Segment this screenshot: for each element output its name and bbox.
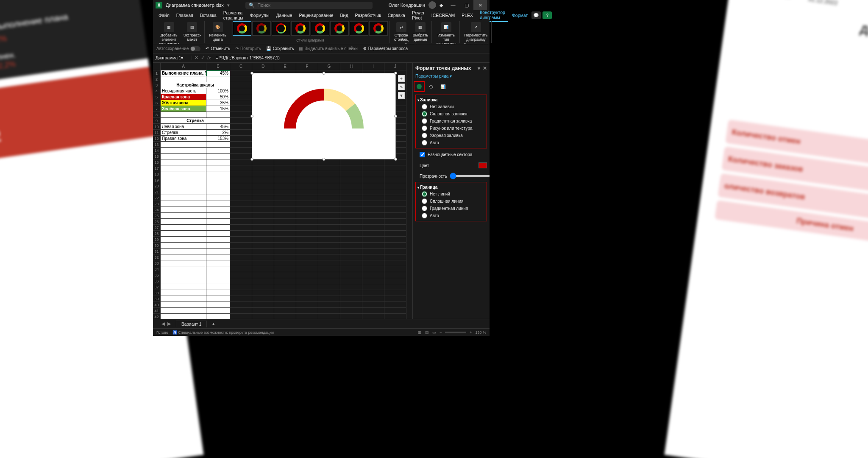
col-header-E[interactable]: E <box>274 63 296 70</box>
cell-empty[interactable] <box>340 159 362 165</box>
tab-home[interactable]: Главная <box>173 11 196 19</box>
cell-empty[interactable] <box>252 278 274 284</box>
fill-solid-radio[interactable]: Сплошная заливка <box>417 110 485 117</box>
cell-A18[interactable] <box>161 171 206 177</box>
cell-empty[interactable] <box>340 260 362 266</box>
cell-empty[interactable] <box>318 308 340 314</box>
cell-B24[interactable] <box>206 207 230 213</box>
cell-B38[interactable] <box>206 290 230 296</box>
row-header-13[interactable]: 13 <box>153 142 161 148</box>
cell-empty[interactable] <box>296 171 318 177</box>
cell-empty[interactable] <box>274 243 296 249</box>
cell-empty[interactable] <box>230 201 252 207</box>
cell-B8[interactable] <box>206 112 230 118</box>
view-page-break-icon[interactable]: ▭ <box>432 330 436 335</box>
cell-empty[interactable] <box>296 243 318 249</box>
cell-empty[interactable] <box>384 296 406 302</box>
cell-empty[interactable] <box>318 290 340 296</box>
redo-button[interactable]: ↷ Повторить <box>235 46 261 51</box>
cell-B14[interactable] <box>206 148 230 154</box>
cell-B28[interactable] <box>206 231 230 237</box>
cell-empty[interactable] <box>318 237 340 243</box>
cell-B6[interactable]: 35% <box>206 100 230 106</box>
cell-empty[interactable] <box>230 177 252 183</box>
row-header-10[interactable]: 10 <box>153 124 161 130</box>
query-params-button[interactable]: ⚙ Параметры запроса <box>363 46 408 51</box>
cell-empty[interactable] <box>252 314 274 319</box>
cell-A6[interactable]: Жёлтая зона <box>161 100 206 106</box>
row-header-14[interactable]: 14 <box>153 148 161 154</box>
cell-empty[interactable] <box>274 314 296 319</box>
cell-empty[interactable] <box>252 302 274 308</box>
cell-empty[interactable] <box>362 165 384 171</box>
row-header-11[interactable]: 11 <box>153 130 161 136</box>
row-header-12[interactable]: 12 <box>153 136 161 142</box>
cell-empty[interactable] <box>230 148 252 154</box>
cell-A34[interactable] <box>161 266 206 272</box>
cell-empty[interactable] <box>296 219 318 225</box>
cell-empty[interactable] <box>384 219 406 225</box>
cell-empty[interactable] <box>274 225 296 231</box>
row-header-21[interactable]: 21 <box>153 189 161 195</box>
cell-empty[interactable] <box>384 225 406 231</box>
cell-empty[interactable] <box>230 225 252 231</box>
border-none-radio[interactable]: Нет линий <box>417 190 485 198</box>
cell-empty[interactable] <box>230 296 252 302</box>
cell-empty[interactable] <box>318 171 340 177</box>
row-header-16[interactable]: 16 <box>153 159 161 165</box>
cell-empty[interactable] <box>296 165 318 171</box>
cell-A7[interactable]: Зелёная зона <box>161 106 206 112</box>
cell-empty[interactable] <box>362 260 384 266</box>
cell-empty[interactable] <box>230 70 252 76</box>
cell-empty[interactable] <box>252 284 274 290</box>
cell-A26[interactable] <box>161 219 206 225</box>
enter-formula-icon[interactable]: ✓ <box>201 55 205 61</box>
cell-B31[interactable] <box>206 249 230 254</box>
cell-empty[interactable] <box>340 243 362 249</box>
row-header-18[interactable]: 18 <box>153 171 161 177</box>
cell-empty[interactable] <box>362 231 384 237</box>
tab-format[interactable]: Формат <box>509 11 531 19</box>
cell-B1[interactable]: 45% <box>206 70 230 76</box>
cell-A8[interactable] <box>161 112 206 118</box>
undo-button[interactable]: ↶ Отменить <box>206 46 230 51</box>
cell-empty[interactable] <box>274 260 296 266</box>
series-options-dropdown[interactable]: Параметры ряда ▾ <box>415 74 487 78</box>
cell-empty[interactable] <box>384 213 406 219</box>
cell-empty[interactable] <box>274 159 296 165</box>
select-all-corner[interactable] <box>153 63 161 70</box>
cell-empty[interactable] <box>296 213 318 219</box>
cell-empty[interactable] <box>384 254 406 260</box>
cell-empty[interactable] <box>230 213 252 219</box>
cell-A11[interactable]: Стрелка <box>161 130 206 136</box>
cell-empty[interactable] <box>296 290 318 296</box>
cell-empty[interactable] <box>318 225 340 231</box>
cell-B37[interactable] <box>206 284 230 290</box>
cell-empty[interactable] <box>252 225 274 231</box>
cell-B39[interactable] <box>206 296 230 302</box>
cell-empty[interactable] <box>252 219 274 225</box>
cell-B5[interactable]: 50% <box>206 94 230 100</box>
cell-empty[interactable] <box>274 284 296 290</box>
cell-empty[interactable] <box>230 100 252 106</box>
chart-style-8[interactable] <box>369 21 388 36</box>
cell-empty[interactable] <box>362 278 384 284</box>
cell-empty[interactable] <box>230 266 252 272</box>
cell-empty[interactable] <box>296 266 318 272</box>
row-header-32[interactable]: 32 <box>153 254 161 260</box>
cell-empty[interactable] <box>274 266 296 272</box>
tab-file[interactable]: Файл <box>156 11 172 19</box>
cell-B30[interactable] <box>206 243 230 249</box>
cell-A2[interactable] <box>161 76 206 82</box>
cell-empty[interactable] <box>362 272 384 278</box>
cell-empty[interactable] <box>252 290 274 296</box>
row-header-7[interactable]: 7 <box>153 106 161 112</box>
cell-B11[interactable]: 2% <box>206 130 230 136</box>
cell-empty[interactable] <box>296 272 318 278</box>
cell-empty[interactable] <box>274 308 296 314</box>
cell-empty[interactable] <box>252 249 274 254</box>
cell-A21[interactable] <box>161 189 206 195</box>
cell-empty[interactable] <box>318 314 340 319</box>
cell-empty[interactable] <box>296 260 318 266</box>
cell-empty[interactable] <box>384 249 406 254</box>
